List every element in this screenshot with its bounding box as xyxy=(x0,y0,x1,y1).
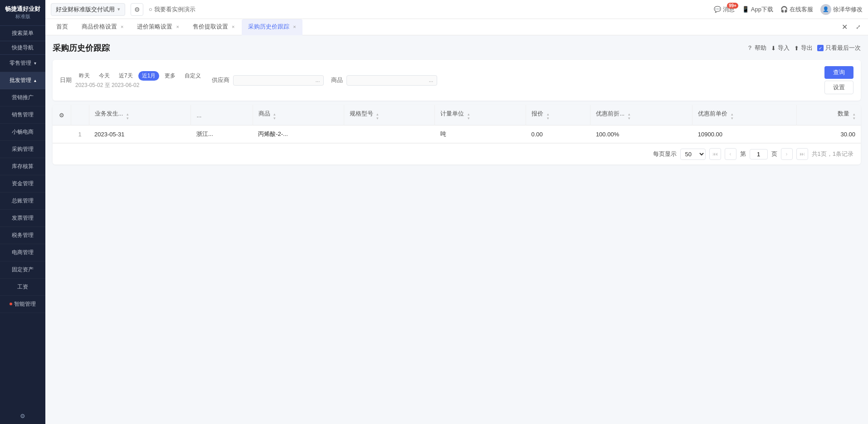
table-row: 1 2023-05-31 浙江... 丙烯酸-2-... 吨 0.00 100.… xyxy=(53,125,861,143)
help-button[interactable]: ？ 帮助 xyxy=(747,44,766,52)
sidebar-item-salary[interactable]: 工资 xyxy=(0,279,45,296)
settings-button[interactable]: 设置 xyxy=(824,81,853,94)
app-download-button[interactable]: 📱 App下载 xyxy=(742,5,773,14)
checkbox-icon: ✓ xyxy=(817,45,824,51)
tab-close-price[interactable]: × xyxy=(121,24,123,29)
export-icon: ⬆ xyxy=(794,45,799,52)
sidebar-item-sales[interactable]: 销售管理 xyxy=(0,106,45,124)
sidebar-quick-nav[interactable]: 快捷导航 xyxy=(0,41,45,55)
tab-sale-price[interactable]: 售价提取设置 × xyxy=(186,19,241,35)
chevron-up-icon: ▴ xyxy=(34,78,36,83)
date-option-last1m[interactable]: 近1月 xyxy=(138,71,160,81)
user-info[interactable]: 👤 徐泽华修改 xyxy=(820,4,863,15)
sidebar-item-marketing[interactable]: 营销推广 xyxy=(0,89,45,106)
date-option-yesterday[interactable]: 昨天 xyxy=(75,71,93,81)
sidebar-logo: 畅捷通好业财 标准版 xyxy=(0,0,45,26)
th-price[interactable]: 报价 ▴ ▾ xyxy=(526,105,590,125)
phone-icon: 📱 xyxy=(742,6,749,13)
page-prev-button[interactable]: ‹ xyxy=(725,148,736,160)
sidebar-item-wholesale[interactable]: 批发管理 ▴ xyxy=(0,72,45,89)
sidebar-item-invoice[interactable]: 发票管理 xyxy=(0,210,45,227)
table-container: ⚙ 业务发生... ▴ ▾ ... 商品 xyxy=(53,105,861,143)
sidebar-item-ecom-small[interactable]: 小畅电商 xyxy=(0,124,45,141)
td-num: 1 xyxy=(71,125,89,143)
sidebar-search[interactable]: 搜索菜单 xyxy=(0,26,45,41)
per-page-label: 每页显示 xyxy=(653,150,677,158)
th-more[interactable]: ... xyxy=(191,105,253,125)
td-price: 0.00 xyxy=(526,125,590,143)
date-option-today[interactable]: 今天 xyxy=(95,71,113,81)
tab-price[interactable]: 商品价格设置 × xyxy=(75,19,130,35)
tab-close-sale-price[interactable]: × xyxy=(232,24,234,29)
product-more-button[interactable]: ... xyxy=(429,77,433,83)
th-gear[interactable]: ⚙ xyxy=(53,105,71,125)
th-date[interactable]: 业务发生... ▴ ▾ xyxy=(89,105,191,125)
demo-link[interactable]: ○ 我要看实例演示 xyxy=(149,5,195,14)
settings-gear-button[interactable]: ⚙ xyxy=(131,3,143,16)
supplier-more-button[interactable]: ... xyxy=(315,77,320,83)
tabbar-close-button[interactable]: ✕ xyxy=(839,22,850,33)
sidebar-item-fixed-assets[interactable]: 固定资产 xyxy=(0,261,45,279)
date-option-custom[interactable]: 自定义 xyxy=(181,71,205,81)
headset-icon: 🎧 xyxy=(780,6,788,13)
date-option-last7[interactable]: 近7天 xyxy=(115,71,137,81)
page-header: 采购历史价跟踪 ？ 帮助 ⬇ 导入 ⬆ 导出 ✓ 只看最后一次 xyxy=(53,43,861,53)
th-pre-discount-price[interactable]: 优惠前单价 ▴ ▾ xyxy=(692,105,797,125)
tab-close-purchase-strategy[interactable]: × xyxy=(176,24,179,29)
page-number-input[interactable] xyxy=(750,149,768,159)
page-last-button[interactable]: ⏭ xyxy=(796,148,808,160)
td-pre-discount-price: 10900.00 xyxy=(692,125,797,143)
sidebar-item-finance[interactable]: 资金管理 xyxy=(0,175,45,193)
avatar: 👤 xyxy=(820,4,831,15)
supplier-input[interactable] xyxy=(237,77,313,84)
demo-icon: ○ xyxy=(149,6,152,13)
sidebar-item-inventory[interactable]: 库存核算 xyxy=(0,158,45,175)
sidebar-item-retail[interactable]: 零售管理 ▾ xyxy=(0,55,45,72)
message-button[interactable]: 💬 消息 99+ xyxy=(714,5,735,14)
tabbar-expand-button[interactable]: ⤢ xyxy=(853,22,863,33)
page-suffix: 页 xyxy=(771,150,777,158)
page-next-button[interactable]: › xyxy=(781,148,793,160)
sidebar-settings-button[interactable]: ⚙ xyxy=(0,408,45,424)
import-button[interactable]: ⬇ 导入 xyxy=(771,44,790,52)
last-only-checkbox[interactable]: ✓ 只看最后一次 xyxy=(817,44,861,52)
th-discount[interactable]: 优惠前折... ▴ ▾ xyxy=(590,105,692,125)
th-quantity[interactable]: 数量 ▴ ▾ xyxy=(797,105,861,125)
sort-icons-discount: ▴ ▾ xyxy=(628,112,630,120)
supplier-input-wrap[interactable]: ... xyxy=(233,75,324,86)
sort-icons-quantity: ▴ ▾ xyxy=(853,112,855,120)
sidebar-item-ecom[interactable]: 电商管理 xyxy=(0,244,45,261)
date-options: 昨天 今天 近7天 近1月 更多 自定义 xyxy=(75,71,205,81)
tab-home[interactable]: 首页 xyxy=(50,19,74,35)
supplier-filter-group: 供应商 ... xyxy=(212,75,324,86)
sidebar-item-purchase[interactable]: 采购管理 xyxy=(0,141,45,158)
query-button[interactable]: 查询 xyxy=(824,66,853,79)
product-input[interactable] xyxy=(351,77,427,84)
th-spec[interactable]: 规格型号 ▴ ▾ xyxy=(344,105,435,125)
date-filter-label: 日期 xyxy=(60,76,72,84)
sidebar-item-smart[interactable]: 智能管理 xyxy=(0,296,45,313)
tab-history-price[interactable]: 采购历史价跟踪 × xyxy=(242,19,302,35)
td-discount: 100.00% xyxy=(590,125,692,143)
question-icon: ？ xyxy=(747,44,753,52)
supplier-label: 供应商 xyxy=(212,76,229,84)
tab-purchase-strategy[interactable]: 进价策略设置 × xyxy=(131,19,185,35)
sidebar-item-tax[interactable]: 税务管理 xyxy=(0,227,45,244)
th-product[interactable]: 商品 ▴ ▾ xyxy=(253,105,344,125)
product-input-wrap[interactable]: ... xyxy=(346,75,437,86)
sidebar: 畅捷通好业财 标准版 搜索菜单 快捷导航 零售管理 ▾ 批发管理 ▴ 营销推广 … xyxy=(0,0,45,424)
tab-close-history-price[interactable]: × xyxy=(293,24,296,29)
export-button[interactable]: ⬆ 导出 xyxy=(794,44,813,52)
filter-row: 日期 昨天 今天 近7天 近1月 更多 自定义 2023-05-02 至 202… xyxy=(60,66,853,94)
edition-selector[interactable]: 好业财标准版交付试用 ▾ xyxy=(51,3,125,16)
sidebar-item-accounting[interactable]: 总账管理 xyxy=(0,193,45,210)
per-page-select[interactable]: 50 10 20 100 xyxy=(680,149,706,160)
td-unit: 吨 xyxy=(435,125,526,143)
sort-icons-pre-discount: ▴ ▾ xyxy=(731,112,733,120)
tabbar: 首页 商品价格设置 × 进价策略设置 × 售价提取设置 × 采购历史价跟踪 × … xyxy=(45,19,868,35)
page-first-button[interactable]: ⏮ xyxy=(709,148,721,160)
app-sub: 标准版 xyxy=(4,13,42,20)
th-unit[interactable]: 计量单位 ▴ ▾ xyxy=(435,105,526,125)
date-option-more[interactable]: 更多 xyxy=(161,71,179,81)
online-service-button[interactable]: 🎧 在线客服 xyxy=(780,5,813,14)
